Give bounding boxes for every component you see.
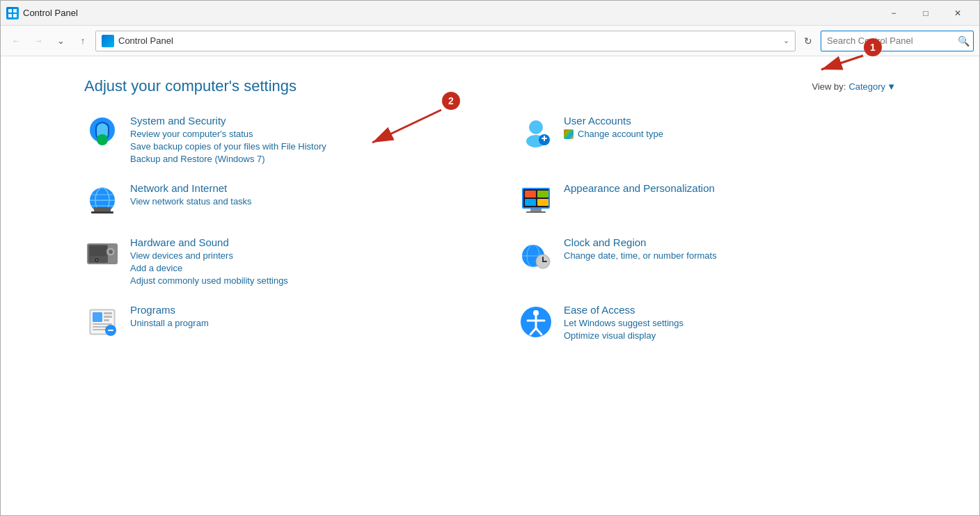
user-accounts-text: User Accounts Change account type bbox=[564, 115, 663, 139]
category-appearance: Appearance and Personalization bbox=[518, 182, 896, 218]
svg-rect-22 bbox=[537, 191, 548, 197]
appearance-title[interactable]: Appearance and Personalization bbox=[564, 182, 715, 194]
svg-rect-0 bbox=[8, 9, 12, 13]
ease-of-access-link-2[interactable]: Optimize visual display bbox=[564, 330, 683, 341]
system-security-link-1[interactable]: Review your computer's status bbox=[130, 129, 326, 139]
network-internet-link-1[interactable]: View network status and tasks bbox=[130, 196, 252, 207]
refresh-button[interactable]: ↻ bbox=[798, 31, 818, 51]
programs-icon bbox=[84, 304, 120, 340]
system-security-icon bbox=[84, 115, 120, 151]
svg-point-30 bbox=[109, 250, 113, 254]
system-security-link-3[interactable]: Backup and Restore (Windows 7) bbox=[130, 154, 326, 164]
svg-rect-45 bbox=[104, 319, 109, 321]
svg-rect-50 bbox=[108, 330, 113, 331]
user-accounts-icon bbox=[518, 115, 554, 151]
svg-point-6 bbox=[97, 138, 107, 145]
forward-button[interactable]: → bbox=[29, 31, 48, 51]
title-bar: Control Panel − □ ✕ bbox=[1, 1, 979, 26]
network-internet-text: Network and Internet View network status… bbox=[130, 182, 252, 207]
category-hardware-sound: Hardware and Sound View devices and prin… bbox=[84, 236, 462, 286]
hardware-sound-title[interactable]: Hardware and Sound bbox=[130, 236, 288, 248]
network-internet-icon bbox=[84, 182, 120, 218]
system-security-text: System and Security Review your computer… bbox=[130, 115, 326, 164]
view-by-label: View by: bbox=[812, 81, 846, 92]
appearance-text: Appearance and Personalization bbox=[564, 182, 715, 194]
up-button[interactable]: ↑ bbox=[73, 31, 93, 51]
address-text: Control Panel bbox=[118, 35, 779, 46]
back-icon: ← bbox=[12, 35, 21, 46]
window-title: Control Panel bbox=[23, 8, 878, 18]
svg-rect-26 bbox=[526, 211, 546, 213]
svg-rect-18 bbox=[91, 211, 113, 213]
svg-rect-17 bbox=[94, 207, 111, 211]
svg-point-7 bbox=[529, 120, 543, 134]
clock-region-icon bbox=[518, 236, 554, 273]
programs-title[interactable]: Programs bbox=[130, 304, 209, 316]
address-bar: ← → ⌄ ↑ Control Panel ⌄ ↻ 🔍 bbox=[1, 26, 979, 56]
windows-icon bbox=[564, 129, 574, 139]
categories-grid: System and Security Review your computer… bbox=[84, 115, 896, 359]
svg-rect-43 bbox=[104, 312, 112, 314]
ease-of-access-text: Ease of Access Let Windows suggest setti… bbox=[564, 304, 683, 341]
search-input[interactable] bbox=[821, 31, 974, 51]
back-button[interactable]: ← bbox=[6, 31, 26, 51]
svg-rect-2 bbox=[8, 14, 12, 17]
window-controls: − □ ✕ bbox=[878, 1, 974, 26]
minimize-button[interactable]: − bbox=[878, 1, 910, 26]
svg-rect-46 bbox=[93, 323, 112, 325]
page-title: Adjust your computer's settings bbox=[84, 77, 297, 95]
refresh-icon: ↻ bbox=[804, 35, 812, 47]
category-user-accounts: User Accounts Change account type bbox=[518, 115, 896, 164]
ease-of-access-link-1[interactable]: Let Windows suggest settings bbox=[564, 318, 683, 328]
view-by-value-text: Category bbox=[848, 81, 885, 92]
view-by-chevron-icon: ▼ bbox=[887, 81, 896, 92]
page-header: Adjust your computer's settings View by:… bbox=[84, 77, 896, 95]
svg-rect-31 bbox=[90, 246, 106, 256]
view-by-dropdown[interactable]: Category ▼ bbox=[848, 81, 896, 92]
network-internet-title[interactable]: Network and Internet bbox=[130, 182, 252, 194]
hardware-sound-icon bbox=[84, 236, 120, 273]
up-icon: ↑ bbox=[81, 35, 86, 46]
hardware-sound-text: Hardware and Sound View devices and prin… bbox=[130, 236, 288, 286]
svg-rect-42 bbox=[93, 312, 102, 322]
hardware-sound-link-3[interactable]: Adjust commonly used mobility settings bbox=[130, 275, 288, 286]
svg-rect-24 bbox=[537, 199, 548, 206]
category-network-internet: Network and Internet View network status… bbox=[84, 182, 462, 218]
svg-rect-25 bbox=[530, 209, 542, 211]
svg-rect-11 bbox=[544, 136, 545, 141]
system-security-title[interactable]: System and Security bbox=[130, 115, 326, 127]
svg-rect-44 bbox=[104, 316, 112, 318]
svg-rect-23 bbox=[525, 199, 536, 206]
clock-region-link-1[interactable]: Change date, time, or number formats bbox=[564, 250, 717, 261]
category-system-security: System and Security Review your computer… bbox=[84, 115, 462, 164]
search-wrapper: 🔍 bbox=[821, 31, 974, 51]
system-security-link-2[interactable]: Save backup copies of your files with Fi… bbox=[130, 141, 326, 152]
chevron-down-icon: ⌄ bbox=[57, 35, 65, 46]
clock-region-title[interactable]: Clock and Region bbox=[564, 236, 717, 248]
hardware-sound-link-1[interactable]: View devices and printers bbox=[130, 250, 288, 261]
view-by: View by: Category ▼ bbox=[812, 81, 896, 92]
dropdown-button[interactable]: ⌄ bbox=[51, 31, 70, 51]
ease-of-access-title[interactable]: Ease of Access bbox=[564, 304, 683, 316]
user-accounts-title[interactable]: User Accounts bbox=[564, 115, 663, 127]
ease-of-access-icon bbox=[518, 304, 554, 340]
close-button[interactable]: ✕ bbox=[942, 1, 974, 26]
forward-icon: → bbox=[34, 35, 43, 46]
programs-link-1[interactable]: Uninstall a program bbox=[130, 318, 209, 328]
svg-rect-1 bbox=[13, 9, 17, 13]
address-field[interactable]: Control Panel ⌄ bbox=[95, 31, 796, 51]
programs-text: Programs Uninstall a program bbox=[130, 304, 209, 328]
app-icon bbox=[6, 7, 19, 19]
search-icon: 🔍 bbox=[958, 35, 970, 47]
user-accounts-link-1[interactable]: Change account type bbox=[564, 129, 663, 139]
svg-rect-3 bbox=[13, 14, 17, 17]
maximize-button[interactable]: □ bbox=[910, 1, 942, 26]
hardware-sound-link-2[interactable]: Add a device bbox=[130, 263, 288, 273]
window: Control Panel − □ ✕ ← → ⌄ ↑ Control Pane… bbox=[0, 0, 980, 516]
svg-rect-21 bbox=[525, 191, 536, 197]
category-programs: Programs Uninstall a program bbox=[84, 304, 462, 341]
category-ease-of-access: Ease of Access Let Windows suggest setti… bbox=[518, 304, 896, 341]
category-clock-region: Clock and Region Change date, time, or n… bbox=[518, 236, 896, 286]
address-icon bbox=[102, 35, 114, 47]
main-content: Adjust your computer's settings View by:… bbox=[1, 56, 979, 515]
